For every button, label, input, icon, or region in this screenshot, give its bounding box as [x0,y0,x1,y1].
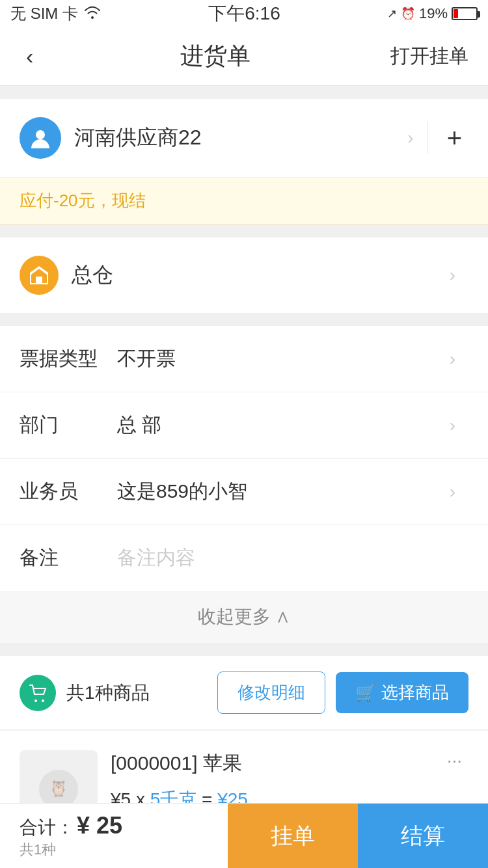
warehouse-icon [20,256,59,295]
gap-3 [0,313,488,326]
product-header: 共1种商品 修改明细 🛒 选择商品 [0,656,488,730]
supplier-row[interactable]: 河南供应商22 › + [0,99,488,178]
total-amount: ¥ 25 [77,812,122,839]
product-code: [0000001] [111,752,203,774]
department-label: 部门 [20,412,98,439]
add-button[interactable]: + [441,124,468,153]
ticket-type-label: 票据类型 [20,346,98,372]
gap-1 [0,86,488,99]
total-label: 合计： [20,815,74,840]
supplier-notice: 应付-20元，现结 [0,178,488,224]
form-section: 票据类型 不开票 › 部门 总 部 › 业务员 这是859的小智 › 备注 备注… [0,326,488,591]
svg-text:🦉: 🦉 [49,779,68,798]
supplier-card: 河南供应商22 › + 应付-20元，现结 [0,99,488,224]
nav-bar: ‹ 进货单 打开挂单 [0,27,488,86]
divider [427,122,427,154]
product-name: [0000001] 苹果 [111,750,441,777]
carrier-text: 无 SIM 卡 [10,3,78,24]
status-left: 无 SIM 卡 [10,3,102,24]
select-product-label: 选择商品 [381,681,449,704]
warehouse-chevron-icon: › [450,265,455,286]
battery-text: 19% [419,5,448,22]
salesman-row[interactable]: 业务员 这是859的小智 › [0,459,488,525]
product-count-text: 共1种商品 [66,681,217,705]
location-icon: ↗ [387,7,397,21]
cart-icon: 🛒 [355,683,376,703]
back-button[interactable]: ‹ [20,37,40,75]
supplier-avatar [20,117,61,159]
department-value: 总 部 [98,412,450,439]
warehouse-row[interactable]: 总仓 › [0,237,488,313]
wifi-icon [83,5,102,23]
svg-rect-1 [36,277,42,284]
salesman-label: 业务员 [20,478,98,505]
gap-4 [0,643,488,656]
collapse-button[interactable]: 收起更多 ∧ [0,591,488,643]
bottom-bar: 合计： ¥ 25 共1种 挂单 结算 [0,803,488,868]
svg-point-2 [34,699,37,702]
salesman-value: 这是859的小智 [98,478,450,505]
status-bar: 无 SIM 卡 下午6:16 ↗ ⏰ 19% [0,0,488,27]
department-chevron-icon: › [450,415,455,436]
salesman-chevron-icon: › [450,481,455,502]
product-title: 苹果 [203,752,242,774]
product-count-icon [20,675,56,711]
total-section: 合计： ¥ 25 共1种 [0,804,228,868]
hold-button[interactable]: 挂单 [228,804,358,868]
ticket-type-row[interactable]: 票据类型 不开票 › [0,326,488,392]
more-button[interactable]: ··· [441,750,468,771]
remark-placeholder[interactable]: 备注内容 [98,545,468,571]
status-time: 下午6:16 [208,1,280,26]
svg-point-3 [42,699,44,702]
edit-detail-button[interactable]: 修改明细 [217,671,325,714]
battery-icon [452,7,478,20]
select-product-button[interactable]: 🛒 选择商品 [336,672,468,713]
checkout-button[interactable]: 结算 [358,804,488,868]
warehouse-name: 总仓 [72,261,450,290]
warehouse-card[interactable]: 总仓 › [0,237,488,313]
total-sub: 共1种 [20,840,208,860]
collapse-label: 收起更多 ∧ [198,604,291,629]
remark-row[interactable]: 备注 备注内容 [0,525,488,591]
supplier-name: 河南供应商22 [74,124,407,152]
department-row[interactable]: 部门 总 部 › [0,392,488,459]
svg-point-0 [36,130,45,139]
gap-2 [0,224,488,237]
remark-label: 备注 [20,545,98,571]
open-hold-button[interactable]: 打开挂单 [390,43,468,70]
supplier-chevron-icon: › [407,128,413,148]
status-right: ↗ ⏰ 19% [387,5,478,22]
ticket-chevron-icon: › [450,349,455,370]
page-title: 进货单 [180,40,251,72]
ticket-type-value: 不开票 [98,346,450,372]
alarm-icon: ⏰ [401,7,415,21]
